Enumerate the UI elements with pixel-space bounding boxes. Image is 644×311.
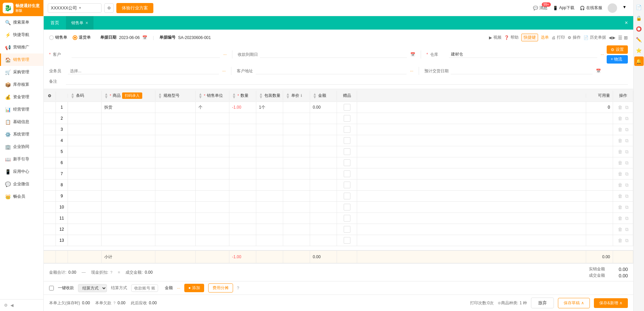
cell-amount-5[interactable] — [310, 157, 337, 168]
unit-input-5[interactable] — [198, 160, 226, 165]
cell-pkgqty-0[interactable] — [256, 102, 283, 113]
price-input-1[interactable] — [286, 116, 307, 121]
price-input-11[interactable] — [286, 227, 307, 232]
cell-spec-1[interactable] — [155, 113, 196, 124]
cell-spec-6[interactable] — [155, 168, 196, 179]
pkgqty-input-6[interactable] — [259, 171, 280, 176]
qty-input-10[interactable] — [232, 216, 253, 221]
cell-gift-9[interactable] — [337, 202, 357, 212]
price-input-8[interactable] — [286, 194, 307, 198]
delete-row-12[interactable]: 🗑 — [618, 238, 622, 243]
delete-row-5[interactable]: 🗑 — [618, 160, 622, 165]
goods-input-4[interactable] — [104, 149, 152, 154]
topbar-gear-button[interactable]: ⚙ — [104, 3, 114, 13]
pkgqty-sort[interactable]: ▲▼ — [259, 93, 263, 99]
cell-qty-8[interactable] — [229, 191, 256, 201]
spec-input-9[interactable] — [158, 205, 193, 209]
unit-input-12[interactable] — [198, 238, 226, 243]
qty-input-4[interactable] — [232, 149, 253, 154]
unit-input-1[interactable] — [198, 116, 226, 121]
right-icon-circle[interactable]: ⭕ — [634, 24, 644, 34]
one-click-checkbox[interactable] — [49, 286, 54, 290]
cell-unit-10[interactable] — [196, 213, 229, 224]
cell-note-11[interactable] — [357, 224, 586, 235]
goods-input-10[interactable] — [104, 216, 152, 221]
cell-amount-11[interactable] — [310, 224, 337, 235]
spec-input-0[interactable] — [158, 105, 193, 110]
cell-unit-6[interactable] — [196, 168, 229, 179]
spec-input-7[interactable] — [158, 183, 193, 187]
cell-barcode-11[interactable] — [68, 224, 102, 235]
sidebar-item-enterprise[interactable]: 🏢 企业协同 — [0, 141, 43, 153]
service-button[interactable]: 🎧 在线客服 — [580, 5, 602, 11]
amount-input-4[interactable] — [313, 149, 334, 154]
note-input-3[interactable] — [360, 138, 583, 143]
cell-barcode-1[interactable] — [68, 113, 102, 124]
tab-close-icon[interactable]: × — [85, 20, 88, 26]
spec-sort[interactable]: ▲▼ — [158, 93, 162, 99]
note-input-6[interactable] — [360, 171, 583, 176]
qty-input-9[interactable] — [232, 205, 253, 209]
pkgqty-input-11[interactable] — [259, 227, 280, 232]
cell-pkgqty-4[interactable] — [256, 146, 283, 157]
sidebar-item-guide[interactable]: 📖 新手引导 — [0, 153, 43, 165]
expense-help-icon[interactable]: ? — [237, 286, 239, 290]
cell-goods-10[interactable] — [102, 213, 155, 224]
warehouse-dots[interactable]: ··· — [601, 52, 604, 57]
cell-goods-3[interactable] — [102, 135, 155, 146]
sidebar-item-inventory[interactable]: 📦 库存核算 — [0, 78, 43, 91]
cell-barcode-3[interactable] — [68, 135, 102, 146]
cell-qty-4[interactable] — [229, 146, 256, 157]
sidebar-item-sales[interactable]: 🏠 销售管理 — [0, 53, 43, 66]
cell-gift-0[interactable] — [337, 102, 357, 113]
goods-input-9[interactable] — [104, 205, 152, 209]
copy-row-6[interactable]: ⧉ — [625, 171, 629, 177]
cell-goods-11[interactable] — [102, 224, 155, 235]
cell-spec-12[interactable] — [155, 235, 196, 246]
pkgqty-input-0[interactable] — [259, 105, 280, 110]
copy-row-8[interactable]: ⧉ — [625, 193, 629, 199]
order-owed-info-icon[interactable]: ? — [113, 301, 115, 305]
gift-checkbox-11[interactable] — [344, 226, 350, 233]
goods-sort[interactable]: ▲▼ — [104, 93, 108, 99]
sidebar-item-basic[interactable]: 📋 基础信息 — [0, 116, 43, 128]
cell-price-3[interactable] — [283, 135, 310, 146]
pkgqty-input-4[interactable] — [259, 149, 280, 154]
gift-checkbox-1[interactable] — [344, 115, 350, 122]
note-input-11[interactable] — [360, 227, 583, 232]
gift-checkbox-9[interactable] — [344, 204, 350, 210]
cell-gift-5[interactable] — [337, 157, 357, 168]
cell-qty-0[interactable] — [229, 102, 256, 113]
cell-gift-11[interactable] — [337, 224, 357, 235]
salesman-input[interactable] — [68, 68, 219, 74]
unit-input-4[interactable] — [198, 149, 226, 154]
price-input-5[interactable] — [286, 160, 307, 165]
cell-qty-9[interactable] — [229, 202, 256, 212]
cell-qty-10[interactable] — [229, 213, 256, 224]
sidebar-item-ops[interactable]: 📊 经营管理 — [0, 103, 43, 116]
note-input-1[interactable] — [360, 116, 583, 121]
delete-row-0[interactable]: 🗑 — [618, 105, 622, 110]
addr-dots[interactable]: ··· — [410, 69, 413, 73]
qty-input-7[interactable] — [232, 183, 253, 187]
pkgqty-input-1[interactable] — [259, 116, 280, 121]
barcode-input-8[interactable] — [71, 194, 99, 198]
copy-row-10[interactable]: ⧉ — [625, 216, 629, 221]
cell-note-9[interactable] — [357, 202, 586, 212]
history-btn[interactable]: 📄 历史单据 — [583, 35, 606, 40]
cell-spec-3[interactable] — [155, 135, 196, 146]
gift-checkbox-2[interactable] — [344, 126, 350, 133]
gift-checkbox-6[interactable] — [344, 170, 350, 177]
price-input-6[interactable] — [286, 171, 307, 176]
logistics-button[interactable]: + 物流 — [607, 55, 628, 64]
cell-spec-0[interactable] — [155, 102, 196, 113]
cell-price-12[interactable] — [283, 235, 310, 246]
cell-pkgqty-5[interactable] — [256, 157, 283, 168]
amount-input-5[interactable] — [313, 160, 334, 165]
spec-input-3[interactable] — [158, 138, 193, 143]
cell-gift-6[interactable] — [337, 168, 357, 179]
cell-price-5[interactable] — [283, 157, 310, 168]
spec-input-12[interactable] — [158, 238, 193, 243]
cell-amount-12[interactable] — [310, 235, 337, 246]
barcode-input-11[interactable] — [71, 227, 99, 232]
